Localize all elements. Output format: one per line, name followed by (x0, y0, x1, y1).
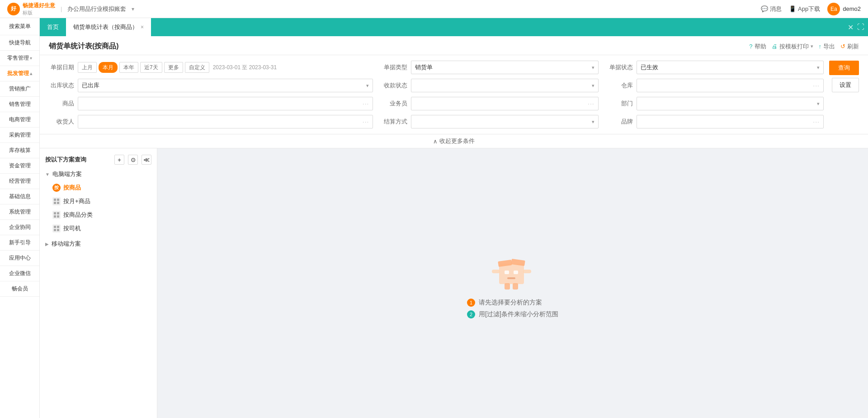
sidebar-item-inventory[interactable]: 库存核算 (0, 143, 39, 158)
setting-btn[interactable]: 设置 (832, 78, 859, 92)
svg-rect-21 (513, 283, 518, 290)
print-arrow[interactable]: ▾ (811, 43, 813, 49)
svg-rect-16 (514, 271, 518, 274)
svg-rect-20 (505, 283, 510, 290)
empty-hint-1: 1 请先选择要分析的方案 (467, 299, 558, 307)
sidebar-item-sales[interactable]: 销售管理 (0, 97, 39, 112)
group-mobile-arrow: ▶ (45, 242, 49, 247)
sidebar-item-wholesale[interactable]: 批发管理 ▴ (0, 66, 39, 81)
collapse-bar[interactable]: ∧ 收起更多条件 (40, 134, 868, 148)
search-menu[interactable]: 搜索菜单 (0, 18, 39, 35)
sidebar-item-marketing[interactable]: 营销推广 (0, 81, 39, 97)
filter-type-select[interactable]: 销货单 ▾ (411, 61, 598, 74)
filter-warehouse: 仓库 ··· (608, 79, 824, 92)
svg-rect-12 (499, 264, 524, 284)
filter-receiver-input[interactable]: ··· (78, 115, 373, 128)
scheme-item-by-goods[interactable]: 按 按商品 (40, 181, 157, 195)
scheme-item-by-category[interactable]: 按商品分类 (40, 208, 157, 222)
add-scheme-btn[interactable]: + (114, 155, 124, 165)
sidebar-item-newguide[interactable]: 新手引导 (0, 235, 39, 251)
svg-rect-0 (54, 199, 56, 201)
filter-outstock-select[interactable]: 已出库 ▾ (78, 79, 373, 92)
date-btn-group: 上月 本月 本年 近7天 更多 自定义 (78, 62, 209, 73)
tab-active[interactable]: 销货单统计表（按商品） × (66, 18, 151, 36)
scheme-group-desktop-header[interactable]: ▼ 电脑端方案 (40, 167, 157, 181)
left-panel-header: 按以下方案查询 + ⊙ ≪ (40, 152, 157, 167)
collapse-panel-btn[interactable]: ≪ (142, 155, 151, 165)
scheme-group-mobile: ▶ 移动端方案 (40, 237, 157, 251)
filter-row-4: 收货人 ··· 结算方式 ▾ (49, 115, 824, 128)
date-btn-lastmonth[interactable]: 上月 (78, 62, 97, 73)
print-btn[interactable]: 🖨 按模板打印 ▾ (772, 43, 813, 51)
svg-rect-5 (57, 212, 59, 214)
sidebar-item-purchase[interactable]: 采购管理 (0, 128, 39, 143)
filter-dept-select[interactable]: ▾ (637, 97, 824, 110)
msg-btn[interactable]: 💬 消息 (761, 5, 782, 13)
filter-collect-select[interactable]: ▾ (411, 79, 598, 92)
left-panel: 按以下方案查询 + ⊙ ≪ ▼ 电脑端方案 (40, 148, 157, 418)
date-btn-7days[interactable]: 近7天 (140, 62, 162, 73)
filter-salesman: 业务员 ··· (382, 97, 598, 110)
filter-outstock: 出库状态 已出库 ▾ (49, 79, 373, 92)
sidebar-item-ecommerce[interactable]: 电商管理 (0, 112, 39, 128)
sidebar-item-retail[interactable]: 零售管理 ▾ (0, 51, 39, 66)
warehouse-dots-icon: ··· (813, 82, 820, 89)
top-bar: 好 畅捷通好生意 标版 | 办公用品行业模拟账套 ▾ 💬 消息 📱 App下载 … (0, 0, 868, 18)
user-area[interactable]: Ea demo2 (827, 3, 861, 15)
date-btn-more[interactable]: 更多 (164, 62, 183, 73)
filters-col: 单据日期 上月 本月 本年 近7天 更多 自定义 2023-03-01 至 20… (49, 61, 824, 128)
sidebar-item-system[interactable]: 系统管理 (0, 204, 39, 220)
left-panel-icons: + ⊙ ≪ (114, 155, 151, 165)
sidebar-item-management[interactable]: 经营管理 (0, 174, 39, 189)
tab-bar: 首页 销货单统计表（按商品） × ✕ ⛶ (40, 18, 868, 36)
tab-close-btn[interactable]: × (141, 24, 144, 30)
svg-rect-9 (57, 226, 59, 228)
sidebar-item-collab[interactable]: 企业协同 (0, 220, 39, 235)
refresh-btn[interactable]: ↺ 刷新 (840, 43, 859, 51)
tab-home[interactable]: 首页 (40, 18, 66, 36)
date-btn-thismonth[interactable]: 本月 (99, 62, 118, 73)
filter-settle-select[interactable]: ▾ (411, 115, 598, 128)
sidebar-item-basic[interactable]: 基础信息 (0, 189, 39, 204)
filter-row-2: 出库状态 已出库 ▾ 收款状态 (49, 79, 824, 92)
sidebar-item-wxwork[interactable]: 企业微信 (0, 266, 39, 281)
app-name-arrow[interactable]: ▾ (132, 6, 134, 12)
filter-row-3: 商品 ··· 业务员 ··· (49, 97, 824, 110)
scheme-item-by-month-goods[interactable]: 按月+商品 (40, 195, 157, 208)
export-btn[interactable]: ↑ 导出 (819, 43, 835, 51)
edit-scheme-btn[interactable]: ⊙ (128, 155, 138, 165)
scheme-item-by-driver[interactable]: 按司机 (40, 222, 157, 235)
filter-warehouse-input[interactable]: ··· (637, 79, 824, 92)
app-name: 办公用品行业模拟账套 (67, 5, 126, 13)
filter-salesman-input[interactable]: ··· (411, 97, 598, 110)
date-btn-thisyear[interactable]: 本年 (119, 62, 138, 73)
filter-brand-input[interactable]: ··· (637, 115, 824, 128)
sidebar-item-appcenter[interactable]: 应用中心 (0, 251, 39, 266)
sidebar-item-finance[interactable]: 资金管理 (0, 158, 39, 174)
date-btn-custom[interactable]: 自定义 (185, 62, 209, 73)
sidebar-item-member[interactable]: 畅会员 (0, 281, 39, 297)
quick-nav[interactable]: 快捷导航 (0, 35, 39, 51)
filter-actions: 查询 设置 (824, 61, 859, 128)
avatar: Ea (827, 3, 840, 15)
tab-close-all-btn[interactable]: ✕ (848, 23, 854, 32)
wholesale-arrow: ▴ (30, 71, 32, 76)
scheme-group-mobile-header[interactable]: ▶ 移动端方案 (40, 237, 157, 251)
filter-status: 单据状态 已生效 ▾ (608, 61, 824, 74)
tab-bar-controls: ✕ ⛶ (848, 23, 868, 32)
scheme-goods-icon: 按 (52, 184, 61, 192)
dept-arrow-icon: ▾ (817, 101, 820, 107)
query-btn[interactable]: 查询 (829, 61, 859, 75)
receiver-dots-icon: ··· (363, 118, 369, 125)
app-download-btn[interactable]: 📱 App下载 (789, 5, 820, 13)
salesman-dots-icon: ··· (588, 100, 594, 107)
help-btn[interactable]: ? 帮助 (749, 43, 766, 51)
filter-status-select[interactable]: 已生效 ▾ (637, 61, 824, 74)
tab-maximize-btn[interactable]: ⛶ (857, 23, 864, 31)
filter-date: 单据日期 上月 本月 本年 近7天 更多 自定义 2023-03-01 至 20… (49, 62, 373, 73)
retail-arrow: ▾ (30, 56, 32, 61)
filter-row-1: 单据日期 上月 本月 本年 近7天 更多 自定义 2023-03-01 至 20… (49, 61, 824, 74)
filter-goods-input[interactable]: ··· (78, 97, 373, 110)
type-arrow-icon: ▾ (592, 65, 594, 71)
help-icon: ? (749, 43, 752, 50)
